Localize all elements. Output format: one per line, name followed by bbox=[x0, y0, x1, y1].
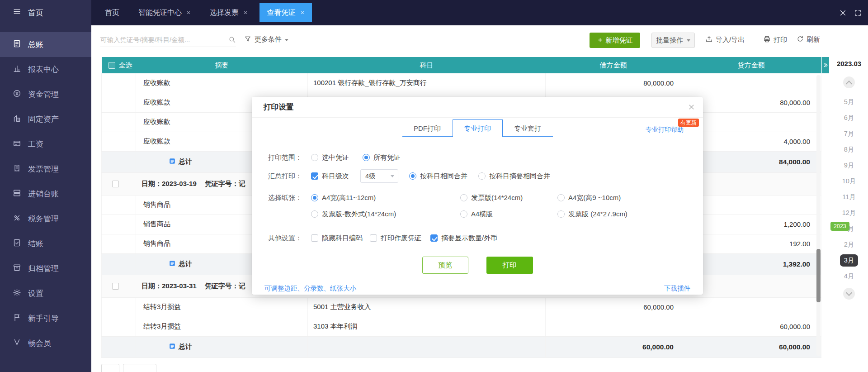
refresh-icon bbox=[797, 35, 804, 44]
more-filters-button[interactable]: 更多条件 bbox=[244, 35, 288, 44]
batch-operations-button[interactable]: 批量操作 bbox=[651, 33, 695, 48]
sidebar-item-beginner-guide[interactable]: 新手引导 bbox=[0, 306, 91, 331]
sidebar-item-label: 新手引导 bbox=[28, 313, 59, 324]
checkbox-hide-account-code[interactable]: 隐藏科目编码 bbox=[311, 234, 370, 243]
month-item[interactable]: 10月 bbox=[830, 173, 868, 189]
table-row[interactable]: 应收账款 100201 银行存款_银行存款_万安商行 80,000.00 bbox=[102, 73, 821, 93]
download-plugin-link[interactable]: 下载插件 bbox=[664, 284, 690, 293]
chevron-down-icon bbox=[391, 175, 394, 179]
table-row[interactable]: 结转3月损益 3103 本年利润 60,000.00 bbox=[102, 317, 821, 336]
sidebar-nav: 总账 报表中心 资金管理 固定资产 工资 发票管理 进销台账 税务管理 bbox=[0, 32, 91, 356]
radio-paper-a4-wide-9-10[interactable]: A4宽(高9 ~10cm) bbox=[557, 194, 621, 202]
vertical-scrollbar-track[interactable] bbox=[816, 75, 821, 356]
calendar-scroll-down-icon[interactable] bbox=[843, 288, 855, 300]
checkbox-account-level[interactable]: 科目级次 bbox=[311, 172, 349, 181]
pagination-page-size-select[interactable] bbox=[123, 364, 156, 372]
print-confirm-button[interactable]: 打印 bbox=[486, 257, 533, 274]
month-item[interactable]: 8月 bbox=[830, 142, 868, 157]
level-select[interactable]: 4级 bbox=[360, 169, 398, 183]
sidebar-item-member[interactable]: 畅会员 bbox=[0, 331, 91, 356]
total-label: 总计 bbox=[179, 343, 192, 351]
flag-icon bbox=[13, 313, 21, 324]
adjust-margins-link[interactable]: 可调整边距、分录数、纸张大小 bbox=[264, 284, 356, 293]
sidebar-item-inventory-ledger[interactable]: 进销台账 bbox=[0, 181, 91, 206]
select-all-checkbox[interactable] bbox=[108, 62, 115, 69]
checkbox-icon bbox=[311, 234, 318, 242]
calendar-scroll-up-icon[interactable] bbox=[843, 76, 855, 88]
month-item[interactable]: 4月 bbox=[830, 268, 868, 284]
month-item[interactable]: 7月 bbox=[830, 126, 868, 142]
tab-pdf-print[interactable]: PDF打印 bbox=[402, 119, 453, 136]
preview-button[interactable]: 预览 bbox=[422, 257, 468, 274]
print-button[interactable]: 打印 bbox=[763, 35, 787, 44]
month-item[interactable]: 5月 bbox=[830, 94, 868, 110]
tab-close-icon[interactable] bbox=[300, 10, 305, 15]
checkbox-print-voided-vouchers[interactable]: 打印作废凭证 bbox=[370, 234, 430, 243]
sidebar-item-closing[interactable]: 结账 bbox=[0, 231, 91, 256]
radio-merge-same-account-summary[interactable]: 按科目摘要相同合并 bbox=[478, 172, 550, 181]
sidebar-item-archive[interactable]: 归档管理 bbox=[0, 256, 91, 281]
fullscreen-icon[interactable] bbox=[854, 9, 862, 17]
radio-selected-vouchers[interactable]: 选中凭证 bbox=[311, 153, 349, 162]
add-voucher-button[interactable]: 新增凭证 bbox=[590, 33, 640, 48]
month-item-active[interactable]: 3月 bbox=[830, 253, 868, 268]
window-close-icon[interactable] bbox=[839, 9, 847, 17]
menu-hamburger-icon bbox=[13, 7, 21, 18]
checkbox-show-quantity-currency[interactable]: 摘要显示数量/外币 bbox=[430, 234, 497, 243]
row-checkbox[interactable] bbox=[112, 181, 119, 187]
month-item[interactable]: 9月 bbox=[830, 157, 868, 173]
tax-percent-icon bbox=[13, 214, 21, 224]
month-item[interactable]: 2月 bbox=[830, 237, 868, 253]
table-header-row: 全选 摘要 科目 借方金额 贷方金额 bbox=[102, 57, 821, 73]
tab-home[interactable]: 首页 bbox=[98, 3, 127, 22]
table-row[interactable]: 结转3月损益 5001 主营业务收入 60,000.00 bbox=[102, 297, 821, 317]
row-checkbox[interactable] bbox=[112, 283, 119, 290]
checkbox-icon bbox=[370, 234, 377, 242]
radio-all-vouchers[interactable]: 所有凭证 bbox=[363, 153, 401, 162]
tab-view-voucher[interactable]: 查看凭证 bbox=[259, 3, 312, 22]
cell-credit-total: 60,000.00 bbox=[681, 336, 821, 358]
group-date-label: 日期：2023-03-19 bbox=[142, 180, 197, 188]
radio-paper-a4-wide-11-12[interactable]: A4宽(高11~12cm) bbox=[311, 194, 460, 202]
radio-merge-same-account[interactable]: 按科目相同合并 bbox=[409, 172, 467, 181]
search-icon[interactable] bbox=[228, 36, 236, 43]
dialog-title: 打印设置 bbox=[264, 102, 293, 112]
tab-select-invoice[interactable]: 选择发票 bbox=[203, 3, 255, 22]
sidebar-item-general-ledger[interactable]: 总账 bbox=[0, 32, 91, 57]
import-export-button[interactable]: 导入/导出 bbox=[705, 35, 745, 44]
cell-account: 100201 银行存款_银行存款_万安商行 bbox=[308, 73, 546, 93]
sidebar-home[interactable]: 首页 bbox=[0, 0, 91, 25]
tab-professional-preset-print[interactable]: 专业套打 bbox=[503, 119, 553, 136]
radio-paper-invoice-ext-14-24[interactable]: 发票版-数外式(14*24cm) bbox=[311, 210, 460, 219]
month-item[interactable]: 11月 bbox=[830, 189, 868, 205]
sidebar-item-report-center[interactable]: 报表中心 bbox=[0, 57, 91, 82]
radio-paper-invoice-24-27[interactable]: 发票版 (24*27.9cm) bbox=[557, 210, 627, 219]
sidebar-item-fixed-assets[interactable]: 固定资产 bbox=[0, 107, 91, 132]
pagination-control[interactable] bbox=[101, 364, 119, 372]
vertical-scrollbar-thumb[interactable] bbox=[816, 249, 821, 302]
search-input[interactable] bbox=[100, 36, 228, 43]
window-controls bbox=[839, 0, 868, 25]
tab-smart-voucher-center[interactable]: 智能凭证中心 bbox=[131, 3, 198, 22]
tab-professional-print[interactable]: 专业打印 bbox=[453, 119, 503, 137]
print-settings-form: 打印范围： 选中凭证 所有凭证 汇总打印： 科目级次 bbox=[252, 140, 703, 244]
sidebar-item-tax[interactable]: 税务管理 bbox=[0, 206, 91, 231]
tab-close-icon[interactable] bbox=[243, 10, 248, 15]
sidebar-item-invoice[interactable]: 发票管理 bbox=[0, 157, 91, 181]
sidebar-item-settings[interactable]: 设置 bbox=[0, 281, 91, 306]
sidebar-item-payroll[interactable]: 工资 bbox=[0, 132, 91, 157]
total-icon bbox=[169, 260, 175, 268]
sidebar-item-funds[interactable]: 资金管理 bbox=[0, 82, 91, 107]
sidebar-item-label: 设置 bbox=[28, 288, 43, 299]
month-item[interactable]: 6月 bbox=[830, 110, 868, 126]
dialog-close-icon[interactable] bbox=[688, 104, 695, 110]
print-help-link[interactable]: 专业打印帮助 bbox=[646, 126, 684, 134]
radio-paper-a4-landscape[interactable]: A4横版 bbox=[460, 210, 557, 219]
radio-paper-invoice-14-24[interactable]: 发票版(14*24cm) bbox=[460, 194, 557, 202]
refresh-button[interactable]: 刷新 bbox=[797, 35, 820, 44]
month-item[interactable]: 12月 bbox=[830, 205, 868, 221]
paper-select-label: 选择纸张： bbox=[261, 194, 302, 202]
tab-label: 首页 bbox=[105, 8, 119, 18]
header-expand-icon[interactable] bbox=[822, 57, 829, 73]
tab-close-icon[interactable] bbox=[186, 10, 191, 15]
